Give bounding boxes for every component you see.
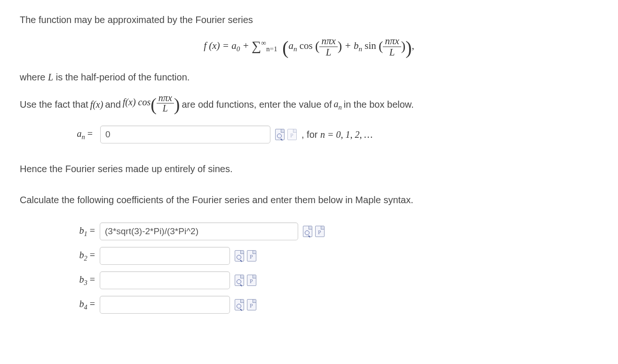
b3-label: b3 = <box>67 273 95 287</box>
fourier-series-equation: f (x) = a0 + ∑∞n=1 (an cos (nπxL) + bn s… <box>20 35 598 61</box>
preview-icon[interactable] <box>235 299 244 310</box>
preview-icon[interactable] <box>303 226 312 237</box>
an-input[interactable] <box>100 126 270 143</box>
preview-icon[interactable] <box>275 129 285 140</box>
where-text: where L is the half-period of the functi… <box>20 71 598 84</box>
b1-row: b1 = <box>67 222 598 240</box>
b2-label: b2 = <box>67 248 95 263</box>
use-fact-text: Use the fact that f(x) and f(x) cos(nπxL… <box>20 92 598 117</box>
b4-label: b4 = <box>67 297 95 312</box>
intro-text: The function may be approximated by the … <box>20 13 598 26</box>
an-row: an = , for n = 0, 1, 2, … <box>20 126 598 143</box>
calc-text: Calculate the following coefficients of … <box>20 193 598 206</box>
an-tail: , for n = 0, 1, 2, … <box>301 128 372 141</box>
b1-input[interactable] <box>100 222 298 240</box>
help-icon[interactable] <box>247 250 256 261</box>
b1-label: b1 = <box>67 224 95 238</box>
b2-row: b2 = <box>67 247 598 265</box>
help-icon[interactable] <box>315 226 325 237</box>
question-body: The function may be approximated by the … <box>0 0 618 333</box>
an-label: an = <box>20 127 95 142</box>
b3-row: b3 = <box>67 271 598 289</box>
b3-input[interactable] <box>100 271 230 289</box>
preview-icon[interactable] <box>235 250 244 261</box>
help-icon[interactable] <box>247 299 256 310</box>
b4-row: b4 = <box>67 296 598 314</box>
preview-icon[interactable] <box>235 275 244 286</box>
b2-input[interactable] <box>100 247 230 265</box>
help-icon[interactable] <box>287 129 297 140</box>
b4-input[interactable] <box>100 296 230 314</box>
help-icon[interactable] <box>247 275 256 286</box>
hence-text: Hence the Fourier series made up entirel… <box>20 162 598 175</box>
